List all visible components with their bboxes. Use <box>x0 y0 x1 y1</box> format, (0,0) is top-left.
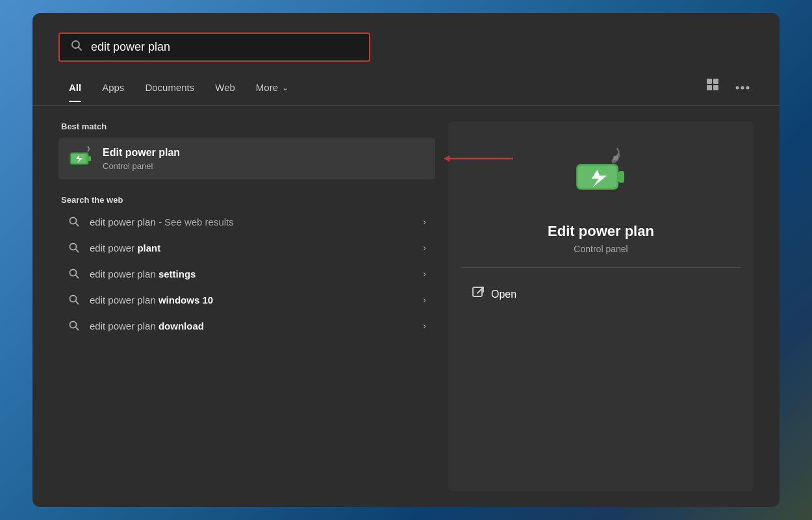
web-search-item-5[interactable]: edit power plan download › <box>58 313 435 339</box>
web-search-text-5: edit power plan download <box>90 320 414 332</box>
svg-rect-10 <box>88 156 91 161</box>
web-search-item-3[interactable]: edit power plan settings › <box>58 261 435 287</box>
tabs-area: All Apps Documents Web More ⌄ <box>32 62 780 106</box>
svg-line-18 <box>75 249 78 252</box>
web-search-icon-4 <box>68 293 81 306</box>
best-match-item[interactable]: Edit power plan Control panel <box>58 138 435 179</box>
svg-line-1 <box>79 47 82 51</box>
detail-subtitle: Control panel <box>574 244 628 254</box>
tab-web[interactable]: Web <box>205 78 246 102</box>
left-panel: Best match <box>58 122 435 491</box>
search-panel: edit power plan All Apps Documents Web M… <box>32 13 780 507</box>
bing-button[interactable] <box>702 75 724 98</box>
detail-title: Edit power plan <box>548 223 654 240</box>
web-search-text-4: edit power plan windows 10 <box>90 294 414 306</box>
svg-point-6 <box>736 86 739 90</box>
best-match-subtitle: Control panel <box>103 161 426 171</box>
tab-more[interactable]: More ⌄ <box>246 78 299 102</box>
svg-rect-26 <box>618 171 624 183</box>
svg-line-24 <box>75 327 78 330</box>
svg-rect-2 <box>707 79 712 84</box>
web-search-item-2[interactable]: edit power plant › <box>58 235 435 261</box>
chevron-right-1: › <box>423 216 426 227</box>
main-content: Best match <box>32 106 780 507</box>
search-bar-area: edit power plan <box>32 13 780 62</box>
svg-rect-5 <box>713 85 718 90</box>
search-input[interactable]: edit power plan <box>91 40 359 54</box>
app-icon <box>68 146 94 172</box>
best-match-title: Edit power plan <box>103 146 426 160</box>
web-search-icon-5 <box>68 319 81 332</box>
tab-documents[interactable]: Documents <box>134 78 205 102</box>
chevron-right-2: › <box>423 242 426 253</box>
tab-apps[interactable]: Apps <box>92 78 134 102</box>
svg-line-20 <box>75 275 78 278</box>
svg-line-16 <box>75 223 78 226</box>
svg-rect-30 <box>473 287 482 296</box>
divider <box>461 267 741 268</box>
best-match-texts: Edit power plan Control panel <box>103 146 426 171</box>
web-search-item-1[interactable]: edit power plan - See web results › <box>58 209 435 235</box>
web-search-icon-1 <box>68 215 81 228</box>
more-options-button[interactable] <box>731 77 754 96</box>
best-match-label: Best match <box>58 122 435 131</box>
chevron-right-5: › <box>423 320 426 331</box>
tabs-left: All Apps Documents Web More ⌄ <box>58 78 299 102</box>
svg-point-7 <box>741 86 744 90</box>
web-search-label: Search the web <box>58 195 435 205</box>
web-search-icon-3 <box>68 267 81 280</box>
open-icon <box>472 286 485 302</box>
chevron-right-3: › <box>423 268 426 279</box>
svg-line-22 <box>75 301 78 304</box>
chevron-down-icon: ⌄ <box>282 83 288 92</box>
right-panel: Edit power plan Control panel Open <box>448 122 754 491</box>
web-search-item-4[interactable]: edit power plan windows 10 › <box>58 287 435 313</box>
search-icon <box>70 39 83 55</box>
chevron-right-4: › <box>423 294 426 305</box>
web-search-text-2: edit power plant <box>90 242 414 254</box>
open-label: Open <box>491 289 516 300</box>
open-button[interactable]: Open <box>461 281 741 307</box>
svg-rect-4 <box>707 85 712 90</box>
tabs-right <box>702 75 754 105</box>
svg-point-8 <box>746 86 750 90</box>
web-search-text-1: edit power plan - See web results <box>90 216 414 228</box>
search-input-wrapper[interactable]: edit power plan <box>58 32 370 62</box>
svg-rect-3 <box>713 79 718 84</box>
detail-icon-area <box>565 141 637 213</box>
tab-all[interactable]: All <box>58 78 92 102</box>
web-search-icon-2 <box>68 241 81 254</box>
web-search-text-3: edit power plan settings <box>90 268 414 280</box>
